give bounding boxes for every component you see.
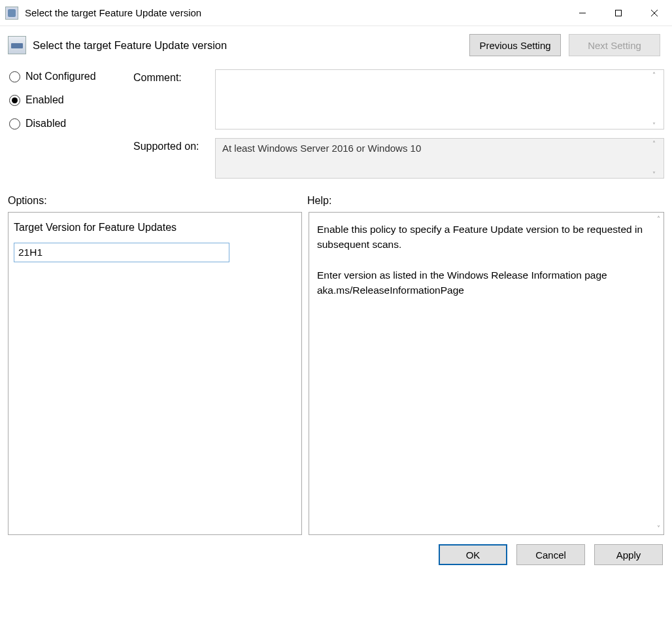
comment-textarea[interactable] xyxy=(215,69,664,130)
svg-rect-1 xyxy=(615,10,621,16)
radio-label: Not Configured xyxy=(25,71,96,82)
titlebar: Select the target Feature Update version xyxy=(0,0,672,26)
radio-label: Enabled xyxy=(25,94,64,106)
minimize-button[interactable] xyxy=(564,0,600,26)
radio-disabled[interactable]: Disabled xyxy=(9,118,120,130)
supported-textarea xyxy=(215,138,664,179)
help-text: Enable this policy to specify a Feature … xyxy=(317,222,656,298)
options-panel: Target Version for Feature Updates xyxy=(8,212,302,535)
options-section-label: Options: xyxy=(8,195,307,207)
previous-setting-button[interactable]: Previous Setting xyxy=(469,34,561,56)
radio-icon xyxy=(9,118,20,130)
apply-button[interactable]: Apply xyxy=(594,544,663,565)
radio-label: Disabled xyxy=(25,118,66,130)
app-icon xyxy=(5,7,18,20)
target-version-label: Target Version for Feature Updates xyxy=(14,222,296,234)
radio-enabled[interactable]: Enabled xyxy=(9,94,120,106)
radio-icon xyxy=(9,71,20,82)
help-panel: Enable this policy to specify a Feature … xyxy=(309,212,664,535)
cancel-button[interactable]: Cancel xyxy=(516,544,585,565)
scrollbar[interactable]: ˄˅ xyxy=(654,215,662,532)
page-title: Select the target Feature Update version xyxy=(33,39,469,52)
maximize-button[interactable] xyxy=(600,0,636,26)
help-section-label: Help: xyxy=(307,195,331,207)
window-title: Select the target Feature Update version xyxy=(25,7,564,18)
radio-not-configured[interactable]: Not Configured xyxy=(9,71,120,82)
target-version-input[interactable] xyxy=(14,243,229,262)
next-setting-button: Next Setting xyxy=(569,34,660,56)
supported-label: Supported on: xyxy=(133,138,215,152)
policy-icon xyxy=(8,36,26,54)
comment-label: Comment: xyxy=(133,69,215,84)
close-button[interactable] xyxy=(636,0,672,26)
radio-icon xyxy=(9,95,20,106)
ok-button[interactable]: OK xyxy=(439,544,507,565)
